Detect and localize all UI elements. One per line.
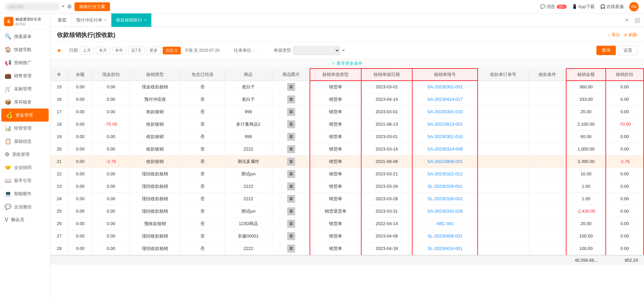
- tab-receipt[interactable]: 收款核销执行 ×: [111, 13, 151, 27]
- cell-verify-type: 现结收款核销: [130, 192, 180, 205]
- cell-balance: 0.00: [68, 105, 92, 118]
- sidebar-item-marketing[interactable]: 📢营销推广: [0, 56, 50, 69]
- cell-verify-bill-no[interactable]: SL-20230408-001: [412, 230, 478, 242]
- tab-maximize-button[interactable]: ⬜: [633, 16, 641, 24]
- cell-verify-bill-no[interactable]: SA-20230301-001: [412, 81, 478, 93]
- verify-bill-no-link[interactable]: SA-20210813-001: [427, 122, 463, 127]
- cell-verify-bill-no[interactable]: SA-20210813-001: [412, 118, 478, 130]
- last-month-btn[interactable]: 上月: [80, 47, 94, 54]
- sidebar-item-search-menu[interactable]: 🔍搜索菜单: [0, 30, 50, 43]
- cell-balance: 0.00: [68, 217, 92, 230]
- mobile-icon: 📱: [572, 4, 577, 9]
- custom-date-btn[interactable]: 自定义: [163, 47, 181, 54]
- cell-verify-bill-no[interactable]: SA-20230414-017: [412, 93, 478, 105]
- search-input-top[interactable]: [5, 3, 59, 10]
- cell-cash-discount: 0.00: [92, 192, 130, 205]
- receipt-tab-close-icon[interactable]: ×: [144, 18, 146, 22]
- cell-verify-bill-no[interactable]: SA-20210808-001: [412, 155, 478, 168]
- cell-verify-bill-no[interactable]: SA-20230301-010: [412, 130, 478, 143]
- cell-goods-img: 🖼: [272, 217, 310, 230]
- cell-verify-bill-no[interactable]: SA-20230331-026: [412, 205, 478, 217]
- tab-prepay[interactable]: 预付冲应付单 ×: [71, 13, 111, 27]
- system-label: 系统管理: [12, 152, 30, 158]
- cell-goods: 2222: [224, 143, 272, 155]
- cell-verify-bill-type: 销货单: [310, 105, 361, 118]
- sidebar-item-basic[interactable]: 📋基础信息: [0, 135, 50, 148]
- sidebar-item-guide[interactable]: 📖新手引导: [0, 174, 50, 187]
- industry-solution-button[interactable]: 体验行业方案: [74, 2, 110, 11]
- settings-button[interactable]: 设置: [619, 45, 637, 55]
- last-7-days-btn[interactable]: 近7天: [128, 47, 145, 54]
- expand-conditions-button[interactable]: ∨ 展开更多条件: [332, 60, 363, 67]
- cell-settings: 21: [50, 155, 68, 168]
- tab-home[interactable]: 首页: [53, 13, 71, 27]
- online-service-link[interactable]: 🎧 在线客服: [600, 4, 624, 10]
- sidebar-item-inventory[interactable]: 📦库存核算: [0, 95, 50, 109]
- verify-bill-no-link[interactable]: SA-20230301-001: [427, 84, 463, 89]
- cell-receipt-condition: [529, 180, 566, 192]
- cell-verify-type: 现结收款核销: [130, 205, 180, 217]
- refresh-button[interactable]: ↺ 刷新: [624, 32, 637, 38]
- cell-goods: 测试多属性: [224, 155, 272, 168]
- verify-bill-no-link[interactable]: SL-20230418-001: [428, 246, 463, 251]
- cell-goods-img: 🖼: [272, 180, 310, 192]
- tab-close-all-button[interactable]: ✕: [624, 16, 630, 24]
- smart-icon: 💻: [5, 190, 11, 197]
- export-button[interactable]: ↑ 导出: [608, 32, 621, 38]
- message-icon-area[interactable]: 💬 消息 99+: [540, 4, 567, 10]
- cell-verify-bill-no[interactable]: SA-20230321-012: [412, 168, 478, 180]
- this-year-btn[interactable]: 本年: [112, 47, 126, 54]
- cell-settings: 26: [50, 217, 68, 230]
- gear-settings-button[interactable]: ⚙: [67, 3, 72, 10]
- more-date-btn[interactable]: 更多: [147, 47, 161, 54]
- sidebar-item-sales[interactable]: 💼销售管理: [0, 69, 50, 82]
- verify-bill-no-link[interactable]: SA-20230414-017: [427, 97, 463, 102]
- sidebar-item-wechat[interactable]: 💬企业微信: [0, 200, 50, 213]
- prepay-tab-close-icon[interactable]: ×: [104, 18, 106, 22]
- sidebar-item-finance[interactable]: 💰资金管理: [1, 109, 49, 122]
- cell-settings: 19: [50, 130, 68, 143]
- finance-icon: 💰: [6, 112, 13, 118]
- verify-bill-no-link[interactable]: SL-20230408-001: [428, 233, 463, 239]
- col-header-settings[interactable]: ⚙: [50, 69, 68, 81]
- cell-receipt-order-no: [478, 205, 529, 217]
- sidebar-item-system[interactable]: ⚙系统管理: [0, 148, 50, 161]
- app-download-link[interactable]: 📱 App下载: [572, 4, 595, 10]
- cell-receipt-order-no: [478, 230, 529, 242]
- verify-bill-no-link[interactable]: SA-20230321-012: [427, 171, 463, 176]
- cell-verify-bill-no[interactable]: SL-20230328-002: [412, 192, 478, 205]
- cell-settings: 25: [50, 205, 68, 217]
- verify-bill-no-link[interactable]: SA-20230301-010: [427, 109, 463, 114]
- cell-receipt-order-no: [478, 168, 529, 180]
- verify-bill-no-link[interactable]: SL-20230328-002: [428, 196, 463, 201]
- cell-settings: 22: [50, 168, 68, 180]
- cell-goods-img: 🖼: [272, 242, 310, 255]
- cell-receipt-condition: [529, 118, 566, 130]
- verify-bill-no-link[interactable]: SA-20230314-008: [427, 146, 463, 152]
- cell-verify-bill-no[interactable]: ABC-001: [412, 217, 478, 230]
- cell-receipt-condition: [529, 143, 566, 155]
- verify-bill-no-link[interactable]: SA-20210808-001: [427, 159, 463, 164]
- cell-verify-discount: 0.00: [606, 230, 644, 242]
- verify-bill-no-link[interactable]: SL-20230328-001: [428, 184, 463, 189]
- query-button[interactable]: 查询: [596, 46, 616, 55]
- sidebar-item-member[interactable]: V畅会员: [0, 213, 50, 226]
- sidebar-item-smart[interactable]: 💻智能硬件: [0, 187, 50, 200]
- sidebar-item-quick-nav[interactable]: 🏠快捷导航: [0, 43, 50, 56]
- sidebar-item-purchase[interactable]: 🛒采购管理: [0, 82, 50, 95]
- this-month-btn[interactable]: 本月: [96, 47, 110, 54]
- verify-bill-no-link[interactable]: ABC-001: [436, 221, 454, 226]
- member-label: 畅会员: [11, 217, 24, 223]
- verify-bill-no-link[interactable]: SA-20230331-026: [427, 209, 463, 214]
- user-avatar[interactable]: Rit: [629, 2, 639, 11]
- cell-verify-bill-no[interactable]: SA-20230301-010: [412, 105, 478, 118]
- cell-verify-bill-no[interactable]: SL-20230328-001: [412, 180, 478, 192]
- verify-bill-no-link[interactable]: SA-20230301-010: [427, 134, 463, 139]
- sidebar-item-enterprise[interactable]: 🤝企业协同: [0, 161, 50, 174]
- cell-verify-bill-type: 销货单: [310, 93, 361, 105]
- filter-expand-arrow[interactable]: ►: [57, 47, 62, 53]
- sidebar-item-operation[interactable]: 📊经营管理: [0, 122, 50, 135]
- cell-verify-bill-no[interactable]: SL-20230418-001: [412, 242, 478, 255]
- cell-verify-bill-no[interactable]: SA-20230314-008: [412, 143, 478, 155]
- receipt-type-select[interactable]: [293, 46, 340, 55]
